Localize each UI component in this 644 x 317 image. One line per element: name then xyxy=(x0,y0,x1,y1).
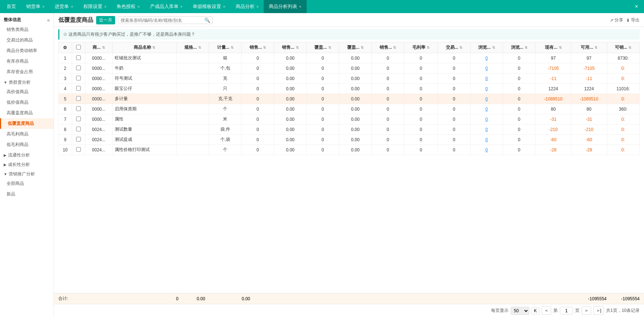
select-all-checkbox[interactable] xyxy=(76,45,81,49)
row-browse1[interactable]: 0 xyxy=(470,114,503,124)
close-icon[interactable]: × xyxy=(180,4,182,9)
nav-item-template[interactable]: 单据模板设置 × xyxy=(188,0,230,13)
row-browse1[interactable]: 0 xyxy=(470,53,503,63)
row-checkbox[interactable] xyxy=(72,74,85,84)
row-checkbox[interactable] xyxy=(72,124,85,135)
col-gross-rate[interactable]: 毛利率 ⇅ xyxy=(404,42,438,53)
nav-item-product-analysis[interactable]: 商品分析 × xyxy=(231,0,264,13)
search-input[interactable] xyxy=(121,18,204,23)
sidebar-item-stocked-goods[interactable]: 有库存商品 xyxy=(0,56,54,67)
col-name[interactable]: 商品名称 ⇅ xyxy=(112,42,176,53)
col-sales2[interactable]: 销售... ⇅ xyxy=(372,42,404,53)
first-page-btn[interactable]: K xyxy=(531,307,539,314)
last-page-btn[interactable]: ＞| xyxy=(593,306,604,315)
nav-item-product-analysis-list[interactable]: 商品分析列表 × xyxy=(264,0,306,13)
nav-item-purchase[interactable]: 进货单 × xyxy=(50,0,78,13)
time-filter-button[interactable]: 近一月 xyxy=(96,16,115,24)
total-available: -1095554 xyxy=(621,296,640,301)
next-page-btn[interactable]: ＞ xyxy=(582,306,591,315)
row-checkbox[interactable] xyxy=(72,104,85,114)
nav-close-all[interactable]: × xyxy=(631,3,643,10)
row-sales2: 0 xyxy=(372,94,404,104)
close-icon[interactable]: × xyxy=(104,4,106,9)
sidebar-group-marketing[interactable]: ▼ 营销推广分析 xyxy=(0,169,54,178)
row-browse1[interactable]: 0 xyxy=(470,104,503,114)
close-icon[interactable]: × xyxy=(137,4,140,9)
sidebar-item-high-coverage[interactable]: 高覆盖度商品 xyxy=(0,108,54,118)
sidebar-item-low-value[interactable]: 低价值商品 xyxy=(0,97,54,108)
row-code: 0024... xyxy=(85,124,112,135)
row-trade: 0 xyxy=(438,84,470,94)
row-browse1[interactable]: 0 xyxy=(470,74,503,84)
col-saleable[interactable]: 可销... ⇅ xyxy=(607,42,639,53)
close-icon[interactable]: × xyxy=(256,4,259,9)
close-icon[interactable]: × xyxy=(223,4,225,9)
close-icon[interactable]: × xyxy=(71,4,73,9)
nav-item-home[interactable]: 首页 xyxy=(1,0,21,13)
row-checkbox[interactable] xyxy=(72,94,85,104)
share-button[interactable]: ↗ 分享 xyxy=(610,17,623,23)
col-cover2[interactable]: 覆盖... ⇅ xyxy=(339,42,372,53)
col-available[interactable]: 可用... ⇅ xyxy=(571,42,607,53)
col-code[interactable]: 商... ⇅ xyxy=(85,42,112,53)
row-checkbox[interactable] xyxy=(72,84,85,94)
sidebar-item-category-rate[interactable]: 商品分类动销率 xyxy=(0,45,54,56)
sidebar-item-high-value[interactable]: 高价值商品 xyxy=(0,87,54,97)
per-page-select[interactable]: 50 100 200 xyxy=(511,307,529,315)
nav-item-permissions[interactable]: 权限设置 × xyxy=(78,0,111,13)
row-available: -31 xyxy=(571,114,607,124)
col-spec[interactable]: 规格... ⇅ xyxy=(176,42,209,53)
page-number-input[interactable] xyxy=(560,307,573,314)
row-checkbox[interactable] xyxy=(72,114,85,124)
sidebar-item-new-goods[interactable]: 新品 xyxy=(0,189,54,199)
nav-item-roles[interactable]: 角色授权 × xyxy=(111,0,145,13)
sidebar-item-low-coverage[interactable]: 低覆盖度商品 xyxy=(0,118,54,129)
col-unit[interactable]: 计量... ⇅ xyxy=(209,42,242,53)
row-browse1[interactable]: 0 xyxy=(470,63,503,74)
row-browse1[interactable]: 0 xyxy=(470,94,503,104)
close-icon[interactable]: × xyxy=(42,4,44,9)
total-values: 0 0.00 0.00 -1095554 -1095554 xyxy=(74,296,640,301)
row-spec xyxy=(176,84,209,94)
col-browse2[interactable]: 浏览... ⇅ xyxy=(503,42,535,53)
row-checkbox[interactable] xyxy=(72,135,85,145)
col-settings[interactable]: ⚙ xyxy=(59,42,72,53)
row-checkbox[interactable] xyxy=(72,63,85,74)
row-browse1[interactable]: 0 xyxy=(470,84,503,94)
sidebar-group-cluster[interactable]: ▼ 类群度分析 xyxy=(0,77,54,87)
export-button[interactable]: ⬇ 导出 xyxy=(626,17,640,23)
row-unit: 袋,件 xyxy=(209,124,242,135)
row-checkbox[interactable] xyxy=(72,53,85,63)
row-browse1[interactable]: 0 xyxy=(470,135,503,145)
row-browse1[interactable]: 0 xyxy=(470,124,503,135)
prev-page-btn[interactable]: ＜ xyxy=(542,306,551,315)
row-available: -1089510 xyxy=(571,94,607,104)
data-table: ⚙ 商... ⇅ 商品名称 ⇅ 规格... ⇅ 计量... ⇅ 销售... ⇅ … xyxy=(58,42,640,155)
col-sales-count[interactable]: 销售... ⇅ xyxy=(242,42,274,53)
sidebar-group-growth[interactable]: ▶ 成长性分析 xyxy=(0,159,54,169)
sidebar-collapse-btn[interactable]: « xyxy=(47,17,50,23)
col-check[interactable] xyxy=(72,42,85,53)
nav-item-product-in[interactable]: 产成品入库单 × xyxy=(145,0,188,13)
col-sales-amt[interactable]: 销售... ⇅ xyxy=(274,42,306,53)
sidebar-item-low-margin[interactable]: 低毛利商品 xyxy=(0,139,54,150)
sidebar-item-all-goods[interactable]: 全部商品 xyxy=(0,178,54,189)
col-current[interactable]: 现有... ⇅ xyxy=(535,42,571,53)
sidebar-item-high-margin[interactable]: 高毛利商品 xyxy=(0,129,54,139)
row-spec xyxy=(176,135,209,145)
col-trade[interactable]: 交易... ⇅ xyxy=(438,42,470,53)
close-icon[interactable]: × xyxy=(299,4,301,9)
row-checkbox[interactable] xyxy=(72,145,85,155)
row-browse1[interactable]: 0 xyxy=(470,145,503,155)
row-trade: 0 xyxy=(438,74,470,84)
row-no: 8 xyxy=(59,124,72,135)
sidebar-item-sales-goods[interactable]: 销售类商品 xyxy=(0,24,54,35)
row-sales-amt: 0.00 xyxy=(274,114,306,124)
col-browse1[interactable]: 浏览... ⇅ xyxy=(470,42,503,53)
col-cover1[interactable]: 覆盖... ⇅ xyxy=(306,42,339,53)
sidebar-group-circulation[interactable]: ▶ 流通性分析 xyxy=(0,150,54,159)
nav-item-sales[interactable]: 销货单 × xyxy=(21,0,50,13)
sidebar-item-stock-capital[interactable]: 库存资金占用 xyxy=(0,67,54,77)
row-sales2: 0 xyxy=(372,74,404,84)
sidebar-item-traded-goods[interactable]: 交易过的商品 xyxy=(0,35,54,45)
